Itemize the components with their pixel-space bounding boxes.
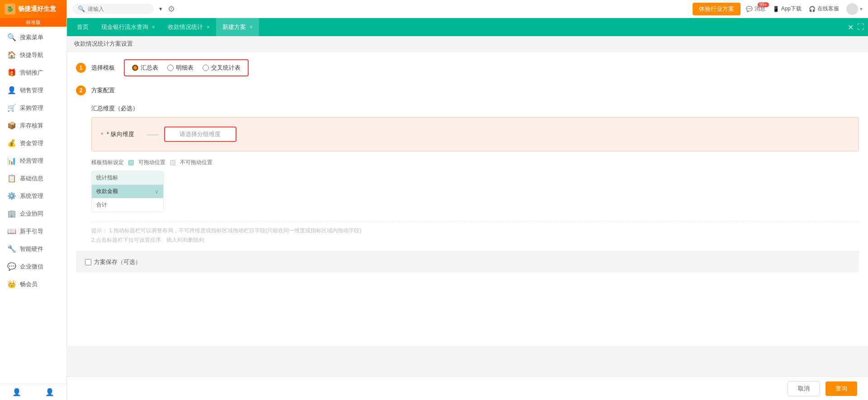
radio-cross-input[interactable] (203, 65, 209, 71)
sidebar-item-label: 库存核算 (20, 122, 43, 130)
download-icon: 📱 (773, 6, 779, 12)
download-button[interactable]: 📱 App下载 (773, 5, 802, 13)
cancel-button[interactable]: 取消 (788, 381, 820, 396)
search-menu-icon: 🔍 (7, 33, 16, 42)
radio-summary-label: 汇总表 (141, 64, 158, 72)
tabbar-actions: ✕ ⛶ (848, 23, 864, 32)
tab-cash-flow-label: 现金银行流水查询 (101, 23, 148, 31)
close-window-icon[interactable]: ✕ (848, 23, 854, 32)
radio-summary-input[interactable] (132, 65, 138, 71)
service-button[interactable]: 🎧 在线客服 (809, 5, 839, 13)
save-option-label: 方案保存（可选） (94, 258, 141, 266)
stats-item-collection[interactable]: 收款金额 ∨ (92, 185, 163, 198)
sidebar-item-label: 基础信息 (20, 174, 43, 183)
tab-home[interactable]: 首页 (71, 18, 95, 36)
sidebar-item-marketing[interactable]: 🎁 营销推广 (0, 64, 66, 81)
dimension-row-label: * 纵向维度 (107, 130, 134, 138)
sidebar-item-finance[interactable]: 💰 资金管理 (0, 134, 66, 152)
tab-collection-stats[interactable]: 收款情况统计 × (161, 18, 216, 36)
dimension-select[interactable]: 请选择分组维度 (164, 127, 236, 142)
message-button[interactable]: 💬 消息 99+ (746, 5, 765, 13)
radio-detail-input[interactable] (167, 65, 174, 71)
gift-icon: 🎁 (7, 68, 16, 77)
logo-text: 畅捷通好生意 (18, 5, 56, 13)
sidebar-item-label: 搜索菜单 (20, 33, 43, 42)
tab-home-label: 首页 (77, 23, 89, 31)
stats-header: 统计指标 (92, 171, 163, 185)
sidebar-item-vip[interactable]: 👑 畅会员 (0, 275, 66, 293)
query-button[interactable]: 查询 (826, 381, 857, 396)
indicator-settings: 模板指标设定 可拖动位置 不可拖动位置 统计指标 收款金额 ∨ (91, 159, 859, 212)
crown-icon: 👑 (7, 280, 16, 288)
chevron-down-icon: ▾ (159, 5, 162, 12)
required-star: * (101, 131, 103, 138)
sidebar-item-enterprise[interactable]: 🏢 企业协同 (0, 205, 66, 222)
tabbar: 首页 现金银行流水查询 × 收款情况统计 × 新建方案 × ✕ ⛶ (67, 18, 868, 36)
dimension-title-row: 汇总维度（必选） (91, 104, 859, 113)
sidebar-item-smart-hardware[interactable]: 🔧 智能硬件 (0, 240, 66, 258)
radio-cross-label: 交叉统计表 (211, 64, 241, 72)
topbar-dropdown[interactable]: ▾ (159, 5, 162, 12)
form-section: 1 选择模板 汇总表 明细表 交叉统计表 (67, 52, 868, 280)
sidebar-item-search-menu[interactable]: 🔍 搜索菜单 (0, 28, 66, 46)
sidebar-item-label: 企业微信 (20, 263, 43, 271)
avatar (846, 3, 858, 15)
box-icon: 📦 (7, 121, 16, 130)
stats-area: 统计指标 收款金额 ∨ 合计 (91, 171, 164, 212)
save-option: 方案保存（可选） (76, 251, 859, 273)
doc-icon: 📋 (7, 174, 16, 183)
chart-icon: 📊 (7, 156, 16, 165)
radio-summary[interactable]: 汇总表 (132, 64, 158, 72)
radio-detail[interactable]: 明细表 (167, 64, 193, 72)
tab-cash-flow-close[interactable]: × (152, 24, 155, 30)
service-icon: 🎧 (809, 6, 816, 12)
sidebar-item-label: 快捷导航 (20, 51, 43, 59)
sidebar-item-guide[interactable]: 📖 新手引导 (0, 222, 66, 240)
stats-total: 合计 (92, 198, 163, 212)
sidebar-item-label: 销售管理 (20, 86, 43, 94)
tab-collection-stats-close[interactable]: × (207, 24, 210, 30)
radio-detail-label: 明细表 (176, 64, 193, 72)
topbar-gear-icon[interactable]: ⚙ (168, 4, 175, 14)
non-draggable-dot (170, 160, 175, 165)
non-draggable-label: 不可拖动位置 (180, 159, 212, 166)
sidebar-item-sales[interactable]: 👤 销售管理 (0, 81, 66, 99)
sidebar-item-wechat[interactable]: 💬 企业微信 (0, 258, 66, 275)
username: ▾ (860, 6, 863, 12)
sidebar: 🐉 畅捷通好生意 标准版 🔍 搜索菜单 🏠 快捷导航 🎁 营销推广 👤 销售管理… (0, 0, 67, 400)
maximize-icon[interactable]: ⛶ (857, 23, 864, 31)
logo-badge: 标准版 (0, 18, 66, 27)
sidebar-item-quick-nav[interactable]: 🏠 快捷导航 (0, 46, 66, 64)
hardware-icon: 🔧 (7, 245, 16, 253)
sidebar-item-inventory[interactable]: 📦 库存核算 (0, 117, 66, 134)
user-account[interactable]: ▾ (846, 3, 863, 15)
content-inner: 收款情况统计方案设置 1 选择模板 汇总表 明细表 (67, 36, 868, 346)
sidebar-item-operations[interactable]: 📊 经营管理 (0, 152, 66, 169)
tab-new-plan-close[interactable]: × (250, 24, 253, 30)
trial-button[interactable]: 体验行业方案 (693, 3, 741, 15)
tab-new-plan[interactable]: 新建方案 × (216, 18, 259, 36)
tip1: 提示： 1.拖动标题栏可以调整布局，不可跨维度或指标区域拖动栏目字段(只能在同一… (91, 227, 859, 235)
stats-item-label: 收款金额 (96, 188, 118, 195)
tab-cash-flow[interactable]: 现金银行流水查询 × (95, 18, 161, 36)
sidebar-item-label: 新手引导 (20, 227, 43, 235)
sidebar-bottom-user1[interactable]: 👤 (12, 388, 21, 396)
avatar-icon-1: 👤 (12, 388, 21, 396)
step1-number: 1 (76, 63, 86, 73)
content-area: 收款情况统计方案设置 1 选择模板 汇总表 明细表 (67, 36, 868, 400)
search-input[interactable] (88, 6, 142, 12)
topbar-search-box[interactable]: 🔍 (72, 4, 154, 14)
search-icon: 🔍 (78, 5, 85, 12)
cart-icon: 🛒 (7, 104, 16, 112)
chevron-down-stats-icon[interactable]: ∨ (155, 188, 159, 195)
sidebar-item-system[interactable]: ⚙️ 系统管理 (0, 187, 66, 205)
dimension-block: * * 纵向维度 —— 请选择分组维度 (91, 117, 859, 151)
sidebar-item-label: 畅会员 (20, 280, 38, 288)
radio-cross[interactable]: 交叉统计表 (203, 64, 241, 72)
sidebar-item-basic-info[interactable]: 📋 基础信息 (0, 169, 66, 187)
save-checkbox[interactable] (85, 259, 91, 265)
service-label: 在线客服 (817, 5, 839, 13)
sidebar-bottom-user2[interactable]: 👤 (45, 388, 54, 396)
sidebar-item-purchase[interactable]: 🛒 采购管理 (0, 99, 66, 117)
sidebar-item-label: 系统管理 (20, 192, 43, 200)
